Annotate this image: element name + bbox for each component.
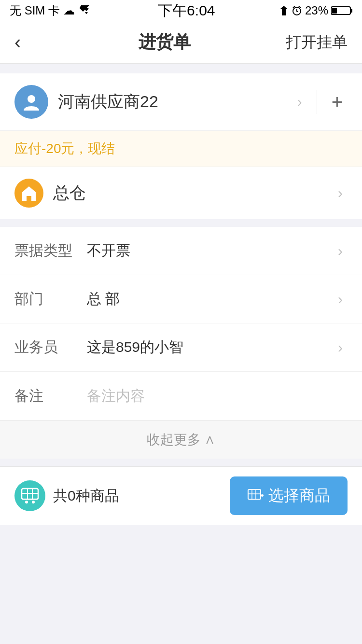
alarm-icon (292, 5, 302, 16)
svg-rect-15 (248, 490, 261, 499)
home-icon (20, 184, 38, 202)
sim-label: 无 SIM 卡 ☁ (10, 3, 75, 18)
collapse-label: 收起更多 ∧ (147, 431, 216, 449)
select-product-icon (247, 489, 264, 503)
dept-label: 部门 (14, 289, 77, 309)
invoice-chevron-icon: › (338, 243, 343, 259)
dept-value: 总 部 (77, 289, 338, 309)
status-left: 无 SIM 卡 ☁ (10, 3, 94, 18)
wifi-icon (79, 5, 94, 16)
svg-point-8 (28, 95, 35, 103)
remark-value[interactable]: 备注内容 (77, 386, 348, 406)
dept-chevron-icon: › (338, 291, 343, 308)
page-title: 进货单 (139, 30, 191, 54)
form-section: 票据类型 不开票 › 部门 总 部 › 业务员 这是859的小智 › 备注 备注… (0, 227, 362, 420)
product-icon-wrap (14, 480, 45, 511)
status-time: 下午6:04 (158, 1, 215, 21)
location-icon (279, 5, 289, 16)
notice-bar: 应付-20元，现结 (0, 131, 362, 167)
sales-chevron-icon: › (338, 339, 343, 356)
svg-point-14 (32, 501, 35, 504)
select-product-button[interactable]: 选择商品 (230, 476, 348, 515)
remark-row[interactable]: 备注 备注内容 (0, 372, 362, 420)
warehouse-icon (14, 179, 43, 208)
supplier-name: 河南供应商22 (58, 91, 297, 113)
sales-row[interactable]: 业务员 这是859的小智 › (0, 323, 362, 372)
bottom-bar: 共0种商品 选择商品 (0, 466, 362, 525)
product-count-text: 共0种商品 (53, 486, 119, 506)
battery-icon (331, 5, 352, 16)
section-gap-1 (0, 64, 362, 73)
sales-value: 这是859的小智 (77, 337, 338, 357)
invoice-row[interactable]: 票据类型 不开票 › (0, 227, 362, 275)
svg-point-13 (25, 501, 28, 504)
invoice-value: 不开票 (77, 241, 338, 261)
warehouse-chevron-icon: › (338, 185, 343, 201)
battery-text: 23% (305, 4, 328, 17)
status-bar: 无 SIM 卡 ☁ 下午6:04 23% (0, 0, 362, 21)
warehouse-row[interactable]: 总仓 › (0, 167, 362, 219)
collapse-row[interactable]: 收起更多 ∧ (0, 420, 362, 459)
notice-text: 应付-20元，现结 (14, 141, 115, 156)
status-right: 23% (279, 4, 352, 17)
person-icon (22, 92, 41, 112)
sales-label: 业务员 (14, 337, 77, 357)
svg-rect-6 (350, 9, 352, 13)
invoice-label: 票据类型 (14, 241, 77, 261)
supplier-avatar (14, 85, 48, 119)
back-button[interactable]: ‹ (14, 31, 43, 53)
nav-bar: ‹ 进货单 打开挂单 (0, 21, 362, 64)
svg-rect-7 (332, 8, 337, 14)
product-count-area: 共0种商品 (14, 480, 119, 511)
supplier-chevron-icon: › (297, 94, 302, 110)
supplier-row[interactable]: 河南供应商22 › + (0, 73, 362, 131)
gray-area (0, 525, 362, 644)
add-button[interactable]: + (327, 91, 348, 113)
dept-row[interactable]: 部门 总 部 › (0, 275, 362, 323)
warehouse-name: 总仓 (53, 182, 338, 204)
supplier-section: 河南供应商22 › + 应付-20元，现结 总仓 › (0, 73, 362, 219)
vertical-divider (317, 90, 317, 114)
remark-label: 备注 (14, 386, 77, 406)
cart-icon (21, 488, 39, 504)
select-btn-label: 选择商品 (268, 485, 330, 506)
open-pending-button[interactable]: 打开挂单 (286, 32, 348, 53)
